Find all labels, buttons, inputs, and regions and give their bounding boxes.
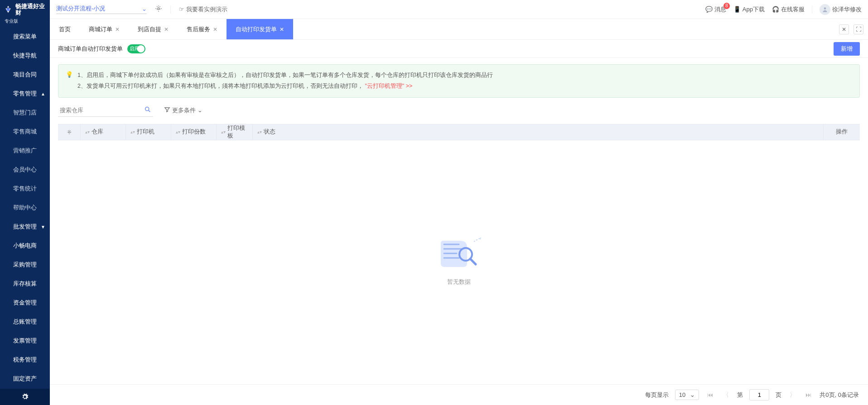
message-icon: 💬 xyxy=(705,6,713,13)
info-line-1: 1、启用后，商城下单付款成功后（如果有审核是在审核之后），自动打印发货单，如果一… xyxy=(77,70,493,81)
brand-edition: 专业版 xyxy=(0,18,50,24)
tab-0[interactable]: 首页 xyxy=(50,19,80,39)
new-button[interactable]: 新增 xyxy=(834,42,860,56)
org-settings-button[interactable] xyxy=(155,5,162,14)
col-printer[interactable]: ▴▾打印机 xyxy=(126,124,171,140)
app-download-button[interactable]: 📱 App下载 xyxy=(733,5,765,14)
svg-point-2 xyxy=(824,7,826,10)
sidebar-item-8[interactable]: 零售统计 xyxy=(0,179,50,198)
empty-text: 暂无数据 xyxy=(447,278,471,286)
message-badge: 8 xyxy=(723,3,730,9)
avatar xyxy=(820,4,830,15)
tab-1[interactable]: 商城订单✕ xyxy=(80,19,129,39)
close-icon[interactable]: ✕ xyxy=(115,26,120,33)
sidebar-item-10[interactable]: 批发管理▼ xyxy=(0,217,50,236)
sidebar-item-19[interactable]: 工资 xyxy=(0,388,50,389)
chevron-down-icon: ⌄ xyxy=(690,391,695,398)
user-icon xyxy=(822,6,828,13)
fullscreen-button[interactable]: ⛶ xyxy=(854,24,863,34)
svg-point-3 xyxy=(145,107,149,110)
column-settings-button[interactable] xyxy=(58,124,81,140)
sidebar-item-6[interactable]: 营销推广 xyxy=(0,141,50,160)
svg-point-0 xyxy=(7,8,10,11)
page-input[interactable] xyxy=(749,389,769,400)
support-button[interactable]: 🎧 在线客服 xyxy=(772,5,805,14)
sidebar-item-18[interactable]: 固定资产 xyxy=(0,369,50,388)
sidebar-item-11[interactable]: 小畅电商 xyxy=(0,236,50,255)
user-menu[interactable]: 徐泽华修改 xyxy=(820,4,862,15)
tab-2[interactable]: 到店自提✕ xyxy=(129,19,178,39)
per-page-label: 每页显示 xyxy=(645,391,669,399)
phone-icon: 📱 xyxy=(733,6,741,13)
tab-4[interactable]: 自动打印发货单✕ xyxy=(227,19,293,39)
tab-3[interactable]: 售后服务✕ xyxy=(178,19,227,39)
col-op: 操作 xyxy=(824,124,860,140)
close-icon[interactable]: ✕ xyxy=(164,26,169,33)
org-selector[interactable]: 测试分开流程-小况 ⌄ xyxy=(56,5,147,14)
brand-logo: 畅捷通好业财 xyxy=(0,0,50,19)
sidebar-item-9[interactable]: 帮助中心 xyxy=(0,198,50,217)
close-all-tabs-button[interactable]: ✕ xyxy=(839,24,849,34)
page-size-select[interactable]: 10 ⌄ xyxy=(675,390,699,400)
close-icon[interactable]: ✕ xyxy=(280,26,284,33)
demo-link[interactable]: ☞ 我要看实例演示 xyxy=(179,5,227,14)
messages-button[interactable]: 💬 消息 8 xyxy=(705,5,726,14)
sidebar-item-12[interactable]: 采购管理 xyxy=(0,255,50,274)
svg-point-4 xyxy=(68,131,70,133)
lightbulb-icon: 💡 xyxy=(66,71,73,92)
sidebar-item-5[interactable]: 零售商城 xyxy=(0,122,50,141)
sidebar-item-15[interactable]: 总账管理 xyxy=(0,312,50,331)
warehouse-search[interactable] xyxy=(58,104,153,117)
close-icon[interactable]: ✕ xyxy=(213,26,217,33)
page-subtitle: 商城订单自动打印发货单 xyxy=(58,45,123,53)
col-copies[interactable]: ▴▾打印份数 xyxy=(171,124,217,140)
search-input[interactable] xyxy=(58,104,153,117)
more-filters-button[interactable]: 更多条件 ⌄ xyxy=(164,106,203,114)
gear-icon xyxy=(66,129,72,135)
col-status[interactable]: ▴▾状态 xyxy=(253,124,824,140)
sidebar-item-4[interactable]: 智慧门店 xyxy=(0,103,50,122)
svg-point-1 xyxy=(158,8,159,10)
expand-arrow-icon: ▲ xyxy=(41,91,45,96)
info-banner: 💡 1、启用后，商城下单付款成功后（如果有审核是在审核之后），自动打印发货单，如… xyxy=(58,64,860,98)
next-page-button[interactable]: 〉 xyxy=(788,391,797,399)
svg-marker-6 xyxy=(479,237,481,240)
search-icon[interactable] xyxy=(144,106,151,114)
filter-icon xyxy=(164,106,170,114)
pagination: 每页显示 10 ⌄ ⏮ 〈 第 页 〉 ⏭ 共0页, 0条记录 xyxy=(50,384,868,405)
table-header: ▴▾仓库 ▴▾打印机 ▴▾打印份数 ▴▾打印模板 ▴▾状态 操作 xyxy=(58,124,860,140)
col-template[interactable]: ▴▾打印模板 xyxy=(217,124,253,140)
empty-illustration xyxy=(434,232,484,272)
chevron-down-icon: ⌄ xyxy=(142,5,147,12)
info-line-2: 2、发货单只可用云打印机来打，如果只有本地打印机，须将本地打印机添加为云打印机，… xyxy=(77,83,363,89)
total-records: 共0页, 0条记录 xyxy=(820,391,859,399)
col-warehouse[interactable]: ▴▾仓库 xyxy=(81,124,126,140)
sidebar-item-17[interactable]: 税务管理 xyxy=(0,350,50,369)
org-name: 测试分开流程-小况 xyxy=(56,5,105,13)
sidebar-item-1[interactable]: 快捷导航 xyxy=(0,46,50,65)
sidebar-item-2[interactable]: 项目合同 xyxy=(0,65,50,84)
logo-icon xyxy=(4,5,13,14)
sidebar-item-14[interactable]: 资金管理 xyxy=(0,293,50,312)
first-page-button[interactable]: ⏮ xyxy=(705,391,715,398)
last-page-button[interactable]: ⏭ xyxy=(804,391,813,398)
expand-arrow-icon: ▼ xyxy=(41,224,45,229)
sidebar-item-16[interactable]: 发票管理 xyxy=(0,331,50,350)
sidebar-item-7[interactable]: 会员中心 xyxy=(0,160,50,179)
headset-icon: 🎧 xyxy=(772,6,779,13)
enable-toggle[interactable]: 启用 xyxy=(127,44,145,53)
chevron-down-icon: ⌄ xyxy=(198,107,203,114)
hand-icon: ☞ xyxy=(179,6,184,13)
gear-icon xyxy=(155,5,162,12)
sidebar-item-0[interactable]: 搜索菜单 xyxy=(0,27,50,46)
gear-icon xyxy=(21,393,29,400)
prev-page-button[interactable]: 〈 xyxy=(721,391,731,399)
sidebar-item-3[interactable]: 零售管理▲ xyxy=(0,84,50,103)
cloud-printer-link[interactable]: "云打印机管理" >> xyxy=(365,83,412,89)
settings-bottom-button[interactable] xyxy=(0,389,50,405)
brand-name: 畅捷通好业财 xyxy=(15,3,46,16)
sidebar-item-13[interactable]: 库存核算 xyxy=(0,274,50,293)
